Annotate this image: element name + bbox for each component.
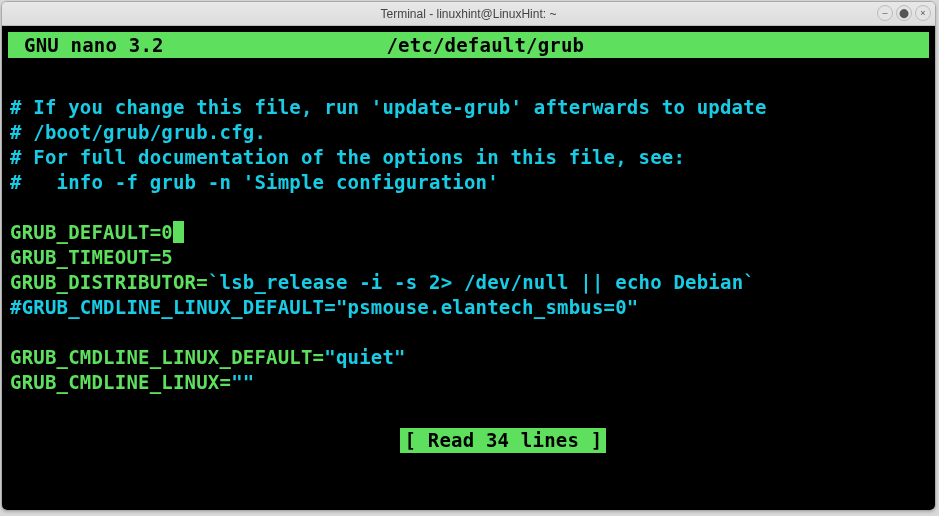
file-content[interactable]: # If you change this file, run 'update-g… — [8, 58, 929, 395]
config-key: GRUB_CMDLINE_LINUX= — [10, 371, 231, 393]
nano-status: [ Read 34 lines ] — [400, 428, 606, 453]
comment-line: # If you change this file, run 'update-g… — [10, 96, 767, 118]
nano-filename: /etc/default/grub — [164, 33, 807, 58]
nano-header: GNU nano 3.2 /etc/default/grub — [8, 32, 929, 58]
config-key: GRUB_TIMEOUT= — [10, 246, 161, 268]
maximize-button[interactable]: ⬤ — [896, 5, 912, 21]
nano-status-row: [ Read 34 lines ] — [8, 403, 929, 478]
comment-line: # info -f grub -n 'Simple configuration' — [10, 171, 499, 193]
terminal-viewport[interactable]: GNU nano 3.2 /etc/default/grub # If you … — [2, 26, 935, 510]
config-value: "quiet" — [324, 346, 405, 368]
comment-line: # For full documentation of the options … — [10, 146, 685, 168]
close-button[interactable]: × — [915, 5, 931, 21]
window-title: Terminal - linuxhint@LinuxHint: ~ — [381, 7, 557, 21]
config-key: GRUB_DISTRIBUTOR= — [10, 271, 208, 293]
config-key: GRUB_CMDLINE_LINUX_DEFAULT= — [10, 346, 324, 368]
config-value: 5 — [161, 246, 173, 268]
minimize-button[interactable]: – — [877, 5, 893, 21]
config-value: "" — [231, 371, 254, 393]
comment-line: # /boot/grub/grub.cfg. — [10, 121, 266, 143]
config-value: 0 — [161, 221, 173, 243]
nano-shortcut-bar: ^GGet Help^OWrite Out^WWhere Is^KCut Tex… — [8, 478, 929, 511]
nano-app-name: GNU nano 3.2 — [10, 33, 164, 58]
text-cursor — [173, 221, 184, 243]
terminal-window: Terminal - linuxhint@LinuxHint: ~ – ⬤ × … — [1, 1, 936, 511]
comment-line: #GRUB_CMDLINE_LINUX_DEFAULT="psmouse.ela… — [10, 296, 639, 318]
window-titlebar: Terminal - linuxhint@LinuxHint: ~ – ⬤ × — [2, 2, 935, 26]
config-value: `lsb_release -i -s 2> /dev/null || echo … — [208, 271, 755, 293]
config-key: GRUB_DEFAULT= — [10, 221, 161, 243]
window-controls: – ⬤ × — [877, 5, 931, 21]
